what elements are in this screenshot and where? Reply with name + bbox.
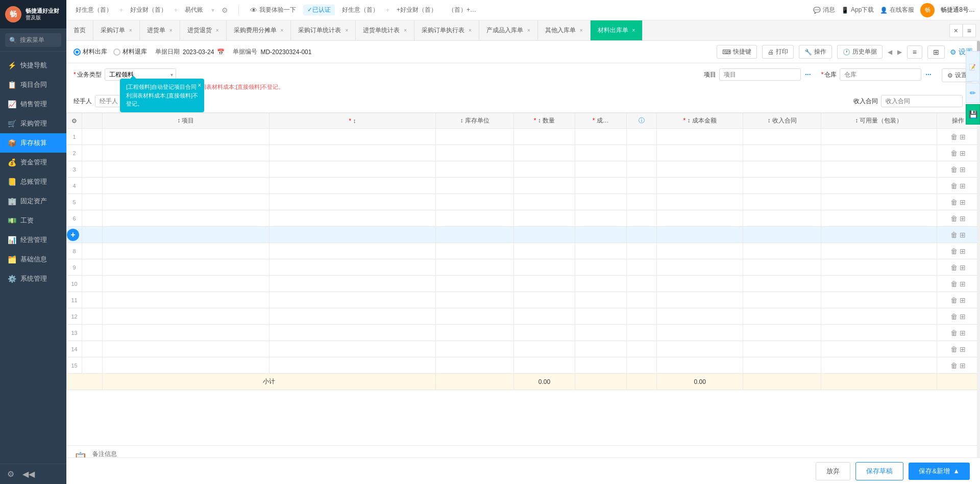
sidebar-item-sales[interactable]: 📈 销售管理	[0, 94, 66, 114]
discard-button[interactable]: 放弃	[816, 462, 850, 480]
tab-close-icon[interactable]: ×	[129, 28, 132, 33]
calendar-icon[interactable]: 📅	[217, 49, 225, 56]
tooltip-close-button[interactable]: ×	[198, 81, 201, 90]
delete-row-button[interactable]: 🗑	[950, 231, 958, 239]
tab-close-icon[interactable]: ×	[281, 28, 284, 33]
topbar-tag-3[interactable]: 易代账	[181, 5, 207, 15]
warehouse-input[interactable]	[840, 68, 921, 81]
sidebar-item-shortcut[interactable]: ⚡ 快捷导航	[0, 56, 66, 75]
tab-other-in[interactable]: 其他入库单 ×	[538, 20, 591, 41]
delete-row-button[interactable]: 🗑	[950, 329, 958, 337]
tab-purchase-stats[interactable]: 采购订单统计表 ×	[291, 20, 356, 41]
message-button[interactable]: 💬 消息	[813, 6, 835, 14]
table-available-header[interactable]: ↕ 可用量（包装）	[821, 113, 937, 129]
tab-close-icon[interactable]: ×	[345, 28, 348, 33]
copy-row-button[interactable]: ⊞	[960, 361, 966, 370]
sidebar-item-inventory[interactable]: 📦 库存核算	[0, 133, 66, 153]
tab-purchase-in[interactable]: 进货单 ×	[140, 20, 180, 41]
settings-footer-icon[interactable]: ⚙	[7, 469, 14, 479]
sidebar-item-salary[interactable]: 💵 工资	[0, 211, 66, 230]
sidebar-item-basic[interactable]: 🗂️ 基础信息	[0, 250, 66, 269]
tab-material-out[interactable]: 材料出库单 ×	[591, 20, 643, 41]
next-record-icon[interactable]: ▶	[897, 49, 902, 56]
tab-close-icon[interactable]: ×	[216, 28, 219, 33]
copy-row-button[interactable]: ⊞	[960, 182, 966, 190]
radio-material-return[interactable]: 材料退库	[113, 47, 147, 56]
delete-row-button[interactable]: 🗑	[950, 149, 958, 157]
tab-in-stats[interactable]: 进货单统计表 ×	[356, 20, 414, 41]
topbar-tag-1[interactable]: 好生意（首）	[71, 5, 116, 15]
sidebar-item-ops[interactable]: 📊 经营管理	[0, 230, 66, 250]
topbar-settings-icon[interactable]: ⚙	[218, 5, 231, 15]
copy-row-button[interactable]: ⊞	[960, 329, 966, 337]
copy-row-button[interactable]: ⊞	[960, 312, 966, 321]
copy-row-button[interactable]: ⊞	[960, 214, 966, 223]
topbar-tag-4[interactable]: 好生意（首）	[338, 5, 383, 15]
table-material-header[interactable]: * ↕	[269, 113, 436, 129]
date-value[interactable]: 2023-03-24	[183, 49, 214, 56]
save-new-button[interactable]: 保存&新增 ▲	[909, 463, 970, 480]
copy-row-button[interactable]: ⊞	[960, 296, 966, 304]
table-cost-header[interactable]: * 成…	[575, 113, 626, 129]
side-save-button[interactable]: 💾	[966, 104, 980, 125]
table-project-header[interactable]: ↕ 项目	[103, 113, 270, 129]
side-edit-button[interactable]: ✏	[966, 83, 980, 103]
delete-row-button[interactable]: 🗑	[950, 361, 958, 370]
tab-close-icon[interactable]: ×	[632, 28, 635, 33]
sidebar-item-system[interactable]: ⚙️ 系统管理	[0, 269, 66, 288]
copy-row-button[interactable]: ⊞	[960, 133, 966, 141]
table-gear-header[interactable]: ⚙	[67, 113, 82, 129]
sidebar-item-purchase[interactable]: 🛒 采购管理	[0, 114, 66, 133]
sidebar-item-finance[interactable]: 💰 资金管理	[0, 153, 66, 172]
project-input[interactable]	[719, 68, 801, 81]
save-draft-button[interactable]: 保存草稿	[855, 462, 903, 480]
topbar-tag-2[interactable]: 好业财（首）	[126, 5, 171, 15]
tab-close-icon[interactable]: ×	[169, 28, 173, 33]
history-button[interactable]: 🕐 历史单据	[837, 45, 883, 59]
tab-close-icon[interactable]: ×	[527, 28, 530, 33]
tab-close-icon[interactable]: ×	[580, 28, 583, 33]
project-dots-icon[interactable]: ···	[805, 70, 811, 79]
copy-row-button[interactable]: ⊞	[960, 165, 966, 174]
topbar-certified[interactable]: ✓已认证	[303, 5, 335, 15]
copy-row-button[interactable]: ⊞	[960, 231, 966, 239]
sidebar-item-project[interactable]: 📋 项目合同	[0, 75, 66, 94]
radio-material-out[interactable]: 材料出库	[74, 47, 107, 56]
warehouse-dots-icon[interactable]: ···	[925, 70, 932, 79]
income-contract-input[interactable]	[881, 95, 963, 107]
tab-purchase-fee[interactable]: 采购费用分摊单 ×	[227, 20, 291, 41]
table-amount-header[interactable]: * ↕ 成本金额	[657, 113, 743, 129]
tab-close-all-button[interactable]: ×	[949, 24, 963, 37]
copy-row-button[interactable]: ⊞	[960, 247, 966, 255]
tab-close-icon[interactable]: ×	[469, 28, 472, 33]
view-grid-button[interactable]: ⊞	[927, 45, 945, 59]
copy-row-button[interactable]: ⊞	[960, 198, 966, 206]
shortcut-key-button[interactable]: ⌨ 快捷键	[717, 45, 757, 59]
view-list-button[interactable]: ≡	[907, 45, 922, 59]
print-button[interactable]: 🖨 打印	[762, 45, 794, 59]
tab-home[interactable]: 首页	[66, 20, 93, 41]
topbar-trial[interactable]: 👁 我要体验一下	[246, 5, 300, 15]
delete-row-button[interactable]: 🗑	[950, 182, 958, 190]
delete-row-button[interactable]: 🗑	[950, 214, 958, 223]
info-icon[interactable]: ⓘ	[639, 117, 645, 124]
collapse-icon[interactable]: ◀◀	[22, 469, 35, 479]
app-download-button[interactable]: 📱 App下载	[841, 6, 874, 14]
sidebar-item-ledger[interactable]: 📒 总账管理	[0, 172, 66, 191]
tab-product-in[interactable]: 产成品入库单 ×	[479, 20, 538, 41]
row-project-input[interactable]	[103, 227, 269, 243]
user-avatar[interactable]: 畅	[920, 3, 935, 17]
copy-row-button[interactable]: ⊞	[960, 263, 966, 272]
service-button[interactable]: 👤 在线客服	[880, 6, 914, 14]
table-contract-header[interactable]: ↕ 收入合同	[743, 113, 821, 129]
sidebar-item-asset[interactable]: 🏢 固定资产	[0, 191, 66, 211]
delete-row-button[interactable]: 🗑	[950, 296, 958, 304]
delete-row-button[interactable]: 🗑	[950, 263, 958, 272]
copy-row-button[interactable]: ⊞	[960, 345, 966, 353]
side-note-button[interactable]: 📝	[966, 51, 980, 82]
delete-row-button[interactable]: 🗑	[950, 247, 958, 255]
copy-row-button[interactable]: ⊞	[960, 149, 966, 157]
search-menu[interactable]: 🔍 搜索菜单	[5, 33, 61, 47]
delete-row-button[interactable]: 🗑	[950, 165, 958, 174]
delete-row-button[interactable]: 🗑	[950, 312, 958, 321]
